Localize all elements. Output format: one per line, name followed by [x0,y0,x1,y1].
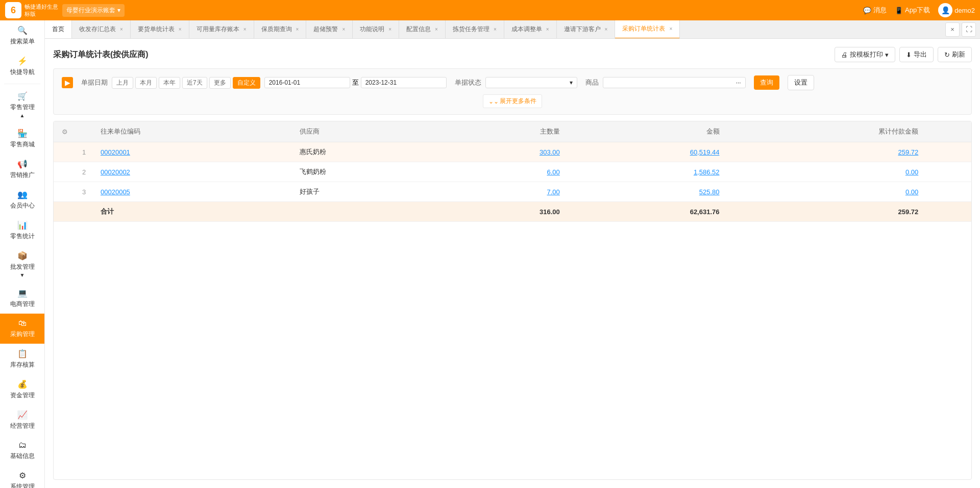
retail-mgmt-icon: 🛒 [17,91,28,101]
date-quick-btns: 上月 本月 本年 近7天 更多 自定义 [112,77,260,89]
search-item-date: 单据日期 上月 本月 本年 近7天 更多 自定义 至 [81,77,447,89]
sidebar-item-basic-info[interactable]: 🗂 基础信息 [0,435,44,466]
retail-mall-icon: 🏪 [17,129,28,138]
sidebar-item-retail-mgmt[interactable]: 🛒 零售管理 ▲ [0,86,44,123]
sidebar-item-biz-mgmt[interactable]: 📈 经营管理 [0,405,44,435]
query-btn[interactable]: 查询 [754,75,779,90]
table-row: 2 00020002 飞鹤奶粉 6.00 1,586.52 0.00 [54,162,971,182]
export-btn[interactable]: ⬇ 导出 [899,47,934,62]
page-title: 采购订单统计表(按供应商) [53,49,149,60]
tab-bar-actions: × ⛶ [945,22,980,37]
sidebar-item-marketing[interactable]: 📢 营销推广 [0,154,44,185]
close-icon[interactable]: × [435,27,438,32]
settings-btn[interactable]: 设置 [788,75,814,90]
row-amount: 1,586.52 [566,162,726,182]
sidebar-item-wholesale-mgmt[interactable]: 📦 批发管理 ▼ [0,246,44,283]
sidebar-item-search[interactable]: 🔍 搜索菜单 [0,20,44,51]
close-icon[interactable]: × [546,27,549,32]
user-avatar[interactable]: 👤 demo2 [938,3,975,17]
btn-last-month[interactable]: 上月 [112,77,133,89]
row-paid-amount: 0.00 [726,162,925,182]
message-btn[interactable]: 💬 消息 [863,6,887,15]
row-extra [924,182,971,202]
close-icon[interactable]: × [669,26,672,32]
refresh-btn[interactable]: ↻ 刷新 [938,47,972,62]
close-icon[interactable]: × [388,27,391,32]
search-bar: ▶ 单据日期 上月 本月 本年 近7天 更多 自定义 [53,68,972,115]
tab-close-all-btn[interactable]: × [945,22,960,37]
logo-text: 畅捷通好生意 标版 [24,3,58,18]
tab-receive-send[interactable]: 收发存汇总表 × [72,20,131,39]
tab-function-desc[interactable]: 功能说明 × [353,20,399,39]
close-icon[interactable]: × [342,27,345,32]
chevron-down-icon: ▼ [20,272,25,278]
logo-icon: 6 [5,2,21,18]
tab-cost-adjust[interactable]: 成本调整单 × [504,20,557,39]
close-icon[interactable]: × [296,27,299,32]
close-icon[interactable]: × [120,27,123,32]
status-select[interactable]: ▾ [485,77,577,88]
workspace-selector[interactable]: 母婴行业演示账套 ▾ [62,4,125,17]
main-wrapper: 🔍 搜索菜单 ⚡ 快捷导航 🛒 零售管理 ▲ 🏪 零售商城 📢 营销推广 👥 会… [0,20,980,488]
sidebar-item-finance-mgmt[interactable]: 💰 资金管理 [0,374,44,405]
btn-more-dates[interactable]: 更多 [209,77,231,89]
page-content: 采购订单统计表(按供应商) 🖨 按模板打印 ▾ ⬇ 导出 ↻ 刷新 [45,39,980,488]
btn-custom-date[interactable]: 自定义 [233,77,260,89]
tab-order-stats[interactable]: 要货单统计表 × [131,20,189,39]
row-extra [924,162,971,182]
finance-icon: 💰 [17,379,28,389]
logo-area: 6 畅捷通好生意 标版 [5,2,58,18]
sidebar-item-purchase-mgmt[interactable]: 🛍 采购管理 [0,314,44,344]
sidebar-item-member-center[interactable]: 👥 会员中心 [0,185,44,215]
message-icon: 💬 [863,7,871,14]
print-icon: 🖨 [841,51,848,59]
member-icon: 👥 [17,190,28,199]
sidebar-item-ecom-mgmt[interactable]: 💻 电商管理 [0,283,44,314]
stock-icon: 📋 [17,349,28,358]
tab-overstock-warning[interactable]: 超储预警 × [306,20,353,39]
tab-home[interactable]: 首页 [45,20,72,39]
basic-info-icon: 🗂 [18,441,27,450]
col-rownum [76,121,94,142]
btn-this-month[interactable]: 本月 [135,77,157,89]
btn-this-year[interactable]: 本年 [159,77,180,89]
sidebar: 🔍 搜索菜单 ⚡ 快捷导航 🛒 零售管理 ▲ 🏪 零售商城 📢 营销推广 👥 会… [0,20,45,488]
goods-select[interactable]: ··· [603,77,746,88]
table-row: 3 00020005 好孩子 7.00 525.80 0.00 [54,182,971,202]
row-settings-cell [54,162,76,182]
tab-usable-stock[interactable]: 可用量库存账本 × [189,20,254,39]
close-icon[interactable]: × [605,27,608,32]
close-icon[interactable]: × [243,27,247,32]
col-vendor-name: 供应商 [293,121,442,142]
expand-more-btn[interactable]: ⌄⌄ 展开更多条件 [483,94,542,108]
tab-maximize-btn[interactable]: ⛶ [962,22,976,37]
sidebar-item-retail-stats[interactable]: 📊 零售统计 [0,215,44,246]
tab-purchase-stats[interactable]: 采购订单统计表 × [615,20,680,39]
row-settings-cell [54,182,76,202]
header-actions: 🖨 按模板打印 ▾ ⬇ 导出 ↻ 刷新 [835,47,972,62]
date-start-input[interactable] [264,77,350,88]
close-icon[interactable]: × [179,27,182,32]
col-settings: ⚙ [54,121,76,142]
table-footer-row: 合计 316.00 62,631.76 259.72 [54,202,971,222]
btn-7days[interactable]: 近7天 [182,77,207,89]
purchase-icon: 🛍 [18,319,27,328]
date-end-input[interactable] [361,77,447,88]
tab-config-info[interactable]: 配置信息 × [399,20,446,39]
sidebar-item-stock-check[interactable]: 📋 库存核算 [0,344,44,374]
search-item-status: 单据状态 ▾ [455,77,577,88]
sidebar-item-sys-mgmt[interactable]: ⚙ 系统管理 [0,466,44,488]
top-bar-right: 💬 消息 📱 App下载 👤 demo2 [863,3,975,17]
close-icon[interactable]: × [494,27,497,32]
tab-invite-downstream[interactable]: 邀请下游客户 × [557,20,616,39]
sidebar-item-retail-mall[interactable]: 🏪 零售商城 [0,123,44,154]
footer-label-cell: 合计 [94,202,442,222]
row-amount: 525.80 [566,182,726,202]
tab-pickup-task[interactable]: 拣货任务管理 × [446,20,504,39]
tab-expiry-query[interactable]: 保质期查询 × [254,20,307,39]
print-btn[interactable]: 🖨 按模板打印 ▾ [835,47,895,62]
app-download-btn[interactable]: 📱 App下载 [895,6,930,15]
search-toggle-btn[interactable]: ▶ [62,77,73,88]
sidebar-item-quick-nav[interactable]: ⚡ 快捷导航 [0,51,44,82]
gear-icon[interactable]: ⚙ [60,126,70,137]
